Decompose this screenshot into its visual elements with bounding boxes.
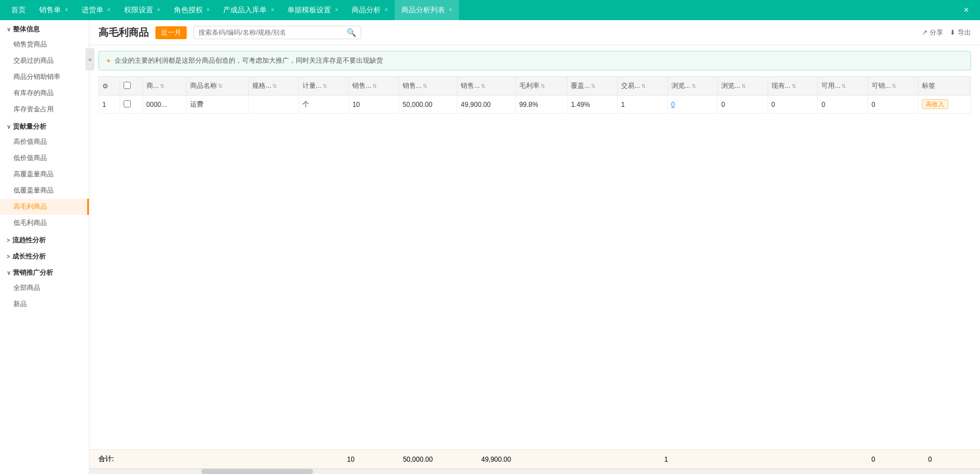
footer-label: 合计: — [98, 454, 125, 464]
search-input[interactable] — [198, 29, 347, 36]
cell-index: 1 — [99, 96, 120, 114]
nav-close-3[interactable]: × — [157, 0, 160, 20]
cell-available: 0 — [818, 96, 868, 114]
export-button[interactable]: ⬇ 导出 — [950, 28, 971, 37]
nav-item-7[interactable]: 商品分析× — [345, 0, 395, 20]
cell-name: 运费 — [186, 96, 249, 114]
sidebar-item-0-0[interactable]: 销售货商品 — [0, 36, 89, 53]
bottom-scrollbar[interactable] — [89, 468, 980, 474]
col-header-unit[interactable]: 计量...⇅ — [299, 77, 349, 96]
cell-saleable: 0 — [868, 96, 918, 114]
nav-close-2[interactable]: × — [107, 0, 111, 20]
col-header-transaction[interactable]: 交易...⇅ — [618, 77, 668, 96]
sidebar-group-3[interactable]: >成长性分析 — [0, 247, 89, 264]
col-header-spec[interactable]: 规格...⇅ — [249, 77, 299, 96]
content-area: 高毛利商品 近一月 🔍 ↗ 分享 ⬇ 导出 — [89, 20, 980, 474]
cell-browse2: 0 — [718, 96, 768, 114]
nav-close-6[interactable]: × — [335, 0, 338, 20]
time-filter-button[interactable]: 近一月 — [155, 26, 187, 39]
cell-sales3: 49,900.00 — [457, 96, 515, 114]
col-header-browse1[interactable]: 浏览...⇅ — [667, 77, 718, 96]
col-header-code[interactable]: 商...⇅ — [143, 77, 186, 96]
col-header-current[interactable]: 现有...⇅ — [768, 77, 818, 96]
cell-unit: 个 — [299, 96, 349, 114]
footer-transaction: 1 — [614, 456, 671, 463]
col-header-saleable[interactable]: 可销...⇅ — [868, 77, 918, 96]
sidebar-item-1-5[interactable]: 低毛利商品 — [0, 215, 89, 231]
sidebar-group-1[interactable]: ∨贡献量分析 — [0, 118, 89, 134]
sidebar-item-1-3[interactable]: 低覆盖量商品 — [0, 182, 89, 199]
col-header-name[interactable]: 商品名称⇅ — [186, 77, 249, 96]
cell-checkbox — [120, 96, 143, 114]
sidebar-group-2[interactable]: >流趋性分析 — [0, 231, 89, 247]
cell-grossMargin: 99.8% — [515, 96, 567, 114]
sidebar-item-1-0[interactable]: 高价值商品 — [0, 134, 89, 150]
col-header-coverage[interactable]: 覆盖...⇅ — [567, 77, 618, 96]
footer-sales2: 50,000.00 — [358, 456, 436, 463]
sidebar-group-0[interactable]: ∨整体信息 — [0, 20, 89, 36]
share-icon: ↗ — [922, 29, 927, 36]
info-icon: ✦ — [106, 57, 111, 65]
info-banner: ✦ 企业的主要的利润都是这部分商品创造的，可考虑加大推广，同时关注库存是不要出现… — [98, 51, 971, 71]
tag-badge: 高收入 — [922, 99, 948, 109]
cell-tag: 高收入 — [918, 96, 970, 114]
nav-item-5[interactable]: 产成品入库单× — [216, 0, 281, 20]
top-nav: 首页销售单×进货单×权限设置×角色授权×产成品入库单×单据模板设置×商品分析×商… — [0, 0, 980, 20]
cell-transaction: 1 — [618, 96, 668, 114]
sidebar-item-1-2[interactable]: 高覆盖量商品 — [0, 166, 89, 182]
sidebar-item-0-3[interactable]: 有库存的商品 — [0, 85, 89, 101]
sidebar: ∨整体信息销售货商品交易过的商品商品分销助销率有库存的商品库存资金占用∨贡献量分… — [0, 20, 89, 474]
col-header-settings: ⚙ — [99, 77, 120, 96]
nav-item-8[interactable]: 商品分析列表× — [395, 0, 459, 20]
footer-totals: 合计: 10 50,000.00 49,900.00 1 0 0 — [89, 449, 980, 468]
nav-close-4[interactable]: × — [207, 0, 210, 20]
sidebar-item-1-1[interactable]: 低价值商品 — [0, 150, 89, 166]
nav-close-5[interactable]: × — [271, 0, 274, 20]
sidebar-item-0-2[interactable]: 商品分销助销率 — [0, 69, 89, 85]
nav-item-4[interactable]: 角色授权× — [167, 0, 217, 20]
sidebar-item-4-1[interactable]: 新品 — [0, 296, 89, 312]
col-header-available[interactable]: 可用...⇅ — [818, 77, 868, 96]
sidebar-item-4-0[interactable]: 全部商品 — [0, 280, 89, 296]
table-container: ⚙商...⇅商品名称⇅规格...⇅计量...⇅销售...⇅销售...⇅销售...… — [89, 76, 980, 449]
browse-link[interactable]: 0 — [671, 101, 675, 109]
sidebar-collapse-button[interactable]: « — [86, 48, 94, 71]
col-header-sales2[interactable]: 销售...⇅ — [399, 77, 457, 96]
nav-item-3[interactable]: 权限设置× — [117, 0, 167, 20]
footer-available: 0 — [822, 456, 879, 463]
nav-item-1[interactable]: 销售单× — [32, 0, 75, 20]
search-box: 🔍 — [193, 26, 361, 39]
page-title: 高毛利商品 — [98, 26, 149, 39]
footer-saleable: 0 — [878, 456, 935, 463]
sidebar-group-4[interactable]: ∨营销推广分析 — [0, 264, 89, 280]
cell-browse1: 0 — [667, 96, 718, 114]
sidebar-item-0-1[interactable]: 交易过的商品 — [0, 53, 89, 69]
cell-current: 0 — [768, 96, 818, 114]
select-all-checkbox[interactable] — [124, 82, 131, 89]
info-banner-text: 企业的主要的利润都是这部分商品创造的，可考虑加大推广，同时关注库存是不要出现缺货 — [115, 56, 383, 65]
window-close-button[interactable]: × — [957, 5, 976, 15]
nav-close-1[interactable]: × — [65, 0, 68, 20]
nav-close-8[interactable]: × — [449, 0, 452, 20]
sidebar-item-0-4[interactable]: 库存资金占用 — [0, 101, 89, 118]
share-button[interactable]: ↗ 分享 — [922, 28, 943, 37]
data-table: ⚙商...⇅商品名称⇅规格...⇅计量...⇅销售...⇅销售...⇅销售...… — [98, 76, 971, 114]
nav-close-7[interactable]: × — [385, 0, 388, 20]
cell-spec — [249, 96, 299, 114]
header-actions: ↗ 分享 ⬇ 导出 — [922, 28, 971, 37]
nav-item-6[interactable]: 单据模板设置× — [281, 0, 345, 20]
search-icon[interactable]: 🔍 — [347, 28, 356, 37]
col-header-sales3[interactable]: 销售...⇅ — [457, 77, 515, 96]
nav-item-0[interactable]: 首页 — [4, 0, 32, 20]
nav-item-2[interactable]: 进货单× — [75, 0, 117, 20]
footer-sales3: 49,900.00 — [436, 456, 514, 463]
cell-code: 0000... — [143, 96, 186, 114]
col-header-tag: 标签 — [918, 77, 970, 96]
cell-sales1: 10 — [349, 96, 399, 114]
col-header-browse2[interactable]: 浏览...⇅ — [718, 77, 768, 96]
export-icon: ⬇ — [950, 29, 955, 36]
row-checkbox[interactable] — [124, 100, 131, 107]
col-header-grossMargin[interactable]: 毛利率⇅ — [515, 77, 567, 96]
col-header-sales1[interactable]: 销售...⇅ — [349, 77, 399, 96]
sidebar-item-1-4[interactable]: 高毛利商品 — [0, 199, 89, 215]
